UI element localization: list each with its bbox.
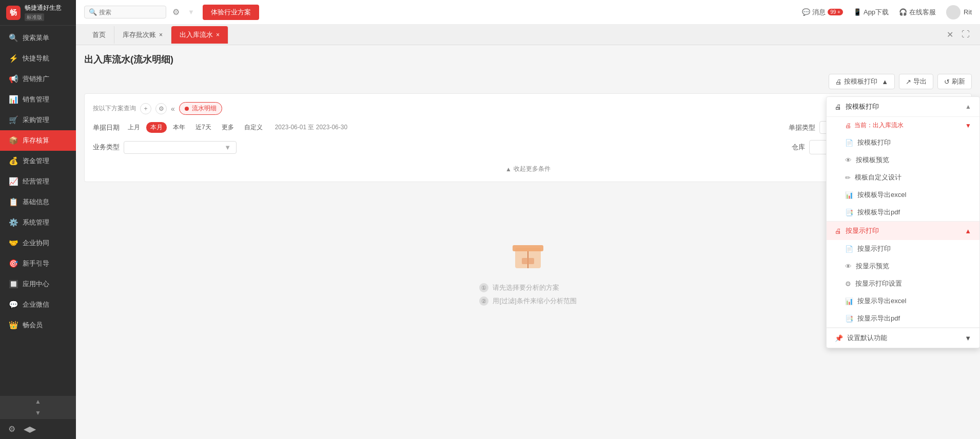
template-print-section: 📄 按模板打印 👁 按模板预览 ✏ 模板自定义设计 📊 按模板导出excel 📑	[827, 134, 979, 222]
filter-label: 按以下方案查询	[93, 104, 136, 113]
chevron-down-icon2: ▼	[224, 144, 231, 151]
sidebar-scroll-down[interactable]: ▼	[0, 407, 76, 418]
business-type-filter: 业务类型 ▼	[93, 141, 237, 154]
sidebar-item-quick-nav[interactable]: ⚡快捷导航	[0, 48, 76, 69]
dropdown-template-preview[interactable]: 👁 按模板预览	[827, 151, 979, 169]
gear-icon[interactable]: ⚙	[172, 7, 180, 17]
collapse-sidebar-icon[interactable]: ◀▶	[24, 424, 36, 434]
dropdown-display-export-pdf[interactable]: 📑 按显示导出pdf	[827, 310, 979, 327]
section-arrow-up: ▲	[965, 227, 971, 235]
date-range: 2023-06-01 至 2023-06-30	[275, 123, 347, 132]
sidebar-item-finance[interactable]: 💰资金管理	[0, 151, 76, 171]
tab-home[interactable]: 首页	[84, 26, 114, 44]
date-filter: 单据日期 上月本月本年近7天更多自定义 2023-06-01 至 2023-06…	[93, 122, 347, 133]
empty-illustration	[507, 232, 548, 275]
close-all-tabs-icon[interactable]: ✕	[945, 28, 955, 42]
sidebar-item-member[interactable]: 👑畅会员	[0, 315, 76, 335]
main-area: 🔍 ⚙ ▼ 体验行业方案 💬 消息 99 + 📱 App下载 🎧 在线客服 Ri…	[76, 0, 980, 439]
online-service-label: 在线客服	[909, 8, 936, 17]
sidebar-item-sales[interactable]: 📊销售管理	[0, 89, 76, 110]
app-download-label: App下载	[864, 8, 889, 17]
app-download-btn[interactable]: 📱 App下载	[853, 8, 889, 17]
sidebar-item-label: 经营管理	[23, 177, 49, 186]
filter-tag[interactable]: 流水明细	[179, 102, 222, 115]
business-type-select[interactable]: ▼	[124, 141, 237, 154]
current-arrow: ▼	[965, 122, 971, 129]
maximize-icon[interactable]: ⛶	[959, 28, 972, 42]
template-print-button[interactable]: 🖨 按模板打印 ▲	[829, 74, 895, 89]
sidebar-item-label: 快捷导航	[23, 54, 49, 63]
online-service-btn[interactable]: 🎧 在线客服	[899, 8, 936, 17]
dropdown-template-print[interactable]: 📄 按模板打印	[827, 134, 979, 151]
header-right: 💬 消息 99 + 📱 App下载 🎧 在线客服 Rit	[802, 5, 972, 19]
date-option-本年[interactable]: 本年	[169, 122, 189, 133]
step-1-text: 请先选择要分析的方案	[493, 283, 559, 292]
sidebar-scroll-up[interactable]: ▲	[0, 396, 76, 407]
display-preview-icon: 👁	[845, 263, 852, 270]
tab-batch-ledger[interactable]: 库存批次账×	[114, 26, 171, 44]
export-button[interactable]: ↗ 导出	[899, 74, 933, 89]
sidebar-item-label: 系统管理	[23, 218, 49, 227]
message-btn[interactable]: 💬 消息 99 +	[802, 8, 843, 17]
date-field-label: 单据日期	[93, 123, 120, 132]
dropdown-template-export-pdf[interactable]: 📑 按模板导出pdf	[827, 204, 979, 221]
sidebar-item-system[interactable]: ⚙️系统管理	[0, 212, 76, 233]
user-area[interactable]: Rit	[946, 5, 972, 19]
filter-settings-btn[interactable]: ⚙	[155, 103, 167, 114]
logo-text: 畅捷通好生意 标准版	[25, 4, 62, 21]
collapse-filter-btn[interactable]: «	[171, 105, 175, 113]
printer-icon: 🖨	[835, 78, 842, 86]
message-icon: 💬	[802, 8, 810, 16]
marketing-icon: 📢	[8, 74, 18, 84]
message-badge: 99 +	[828, 9, 843, 15]
trial-button[interactable]: 体验行业方案	[203, 5, 259, 20]
dropdown-display-print[interactable]: 📄 按显示打印	[827, 240, 979, 257]
dropdown-display-export-excel[interactable]: 📊 按显示导出excel	[827, 292, 979, 310]
sidebar-item-purchase[interactable]: 🛒采购管理	[0, 110, 76, 130]
dropdown-close-icon[interactable]: ▲	[965, 103, 971, 110]
sidebar-item-cooperation[interactable]: 🤝企业协同	[0, 233, 76, 253]
dropdown-template-customize[interactable]: ✏ 模板自定义设计	[827, 169, 979, 186]
sidebar-item-operations[interactable]: 📈经营管理	[0, 171, 76, 192]
display-print-section-header[interactable]: 🖨 按显示打印 ▲	[827, 222, 979, 240]
message-label: 消息	[812, 8, 826, 17]
pdf-icon: 📑	[845, 209, 853, 216]
add-filter-btn[interactable]: +	[140, 103, 151, 114]
dropdown-default-function[interactable]: 📌 设置默认功能 ▼	[827, 328, 979, 348]
date-option-本月[interactable]: 本月	[146, 122, 167, 133]
tab-bar: 首页库存批次账×出入库流水× ✕ ⛶	[76, 25, 980, 45]
doc-icon: 📄	[845, 139, 853, 147]
search-input[interactable]	[99, 9, 150, 16]
date-option-自定义[interactable]: 自定义	[240, 122, 267, 133]
sidebar-item-guide[interactable]: 🎯新手引导	[0, 253, 76, 274]
date-option-上月[interactable]: 上月	[124, 122, 144, 133]
sidebar-item-basic-info[interactable]: 📋基础信息	[0, 192, 76, 212]
tab-label: 出入库流水	[180, 30, 213, 39]
dropdown-header: 🖨 按模板打印 ▲	[827, 97, 979, 117]
wechat-icon: 💬	[8, 300, 18, 310]
tab-label: 库存批次账	[123, 30, 156, 39]
refresh-button[interactable]: ↺ 刷新	[937, 74, 972, 89]
tab-flow[interactable]: 出入库流水×	[171, 26, 228, 44]
dropdown-display-print-settings[interactable]: ⚙ 按显示打印设置	[827, 275, 979, 292]
tab-close-icon[interactable]: ×	[216, 31, 220, 38]
sidebar-item-marketing[interactable]: 📢营销推广	[0, 69, 76, 89]
tag-dot	[185, 107, 189, 111]
sidebar-item-label: 销售管理	[23, 95, 49, 104]
sidebar-item-app-center[interactable]: 🔲应用中心	[0, 274, 76, 294]
sidebar-item-inventory[interactable]: 📦库存核算	[0, 130, 76, 151]
current-label: 当前：出入库流水	[854, 121, 904, 130]
sidebar-item-wechat[interactable]: 💬企业微信	[0, 294, 76, 315]
sidebar-item-label: 应用中心	[23, 280, 49, 289]
basic-info-icon: 📋	[8, 197, 18, 207]
empty-step-1: ① 请先选择要分析的方案	[479, 283, 576, 292]
date-option-近7天[interactable]: 近7天	[191, 122, 215, 133]
date-option-更多[interactable]: 更多	[218, 122, 238, 133]
sidebar-item-search[interactable]: 🔍搜索菜单	[0, 28, 76, 48]
dropdown-template-export-excel[interactable]: 📊 按模板导出excel	[827, 186, 979, 204]
header-search-box[interactable]: 🔍	[84, 6, 166, 18]
dropdown-display-preview[interactable]: 👁 按显示预览	[827, 257, 979, 275]
settings-icon[interactable]: ⚙	[8, 424, 15, 434]
tab-close-icon[interactable]: ×	[159, 31, 163, 38]
sales-icon: 📊	[8, 94, 18, 105]
